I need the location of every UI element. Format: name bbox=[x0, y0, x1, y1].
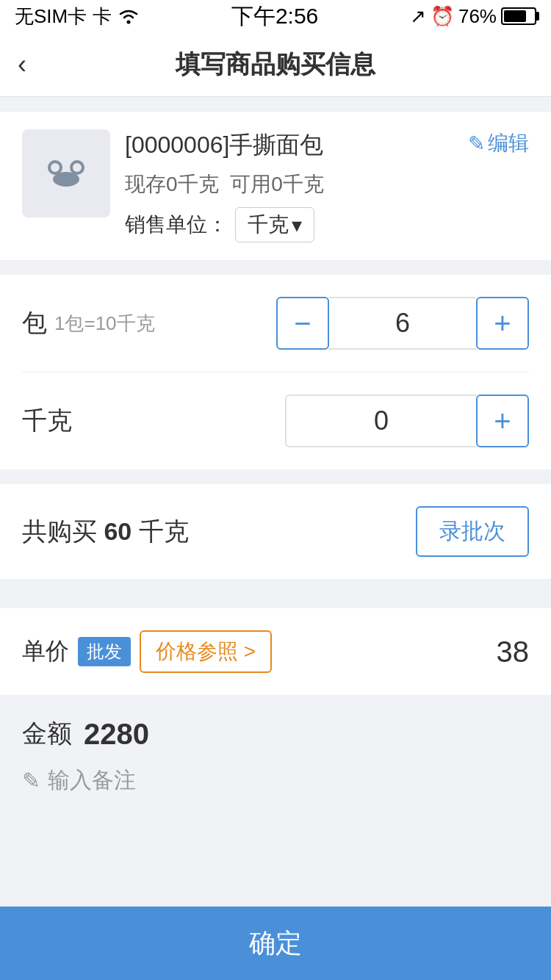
location-icon: ↗ bbox=[410, 5, 426, 28]
total-section: 共购买 60 千克 录批次 bbox=[0, 484, 551, 579]
note-placeholder: 输入备注 bbox=[48, 765, 136, 796]
pencil-icon: ✎ bbox=[22, 768, 40, 793]
kg-plus-button[interactable]: + bbox=[476, 394, 529, 447]
product-card: [0000006]手撕面包 现存0千克 可用0千克 销售单位： 千克 ▾ ✎编辑 bbox=[0, 112, 551, 260]
kg-input[interactable] bbox=[285, 394, 476, 447]
price-ref-button[interactable]: 价格参照 > bbox=[140, 630, 272, 673]
confirm-button[interactable]: 确定 bbox=[249, 926, 302, 962]
divider-2 bbox=[0, 579, 551, 594]
alarm-icon: ⏰ bbox=[431, 5, 454, 28]
package-label: 包 bbox=[22, 306, 47, 340]
package-plus-button[interactable]: + bbox=[476, 297, 529, 350]
amount-row: 金额 2280 bbox=[22, 717, 529, 751]
batch-button[interactable]: 录批次 bbox=[416, 506, 529, 557]
package-minus-button[interactable]: − bbox=[276, 297, 329, 350]
battery-icon bbox=[501, 7, 536, 25]
kg-label: 千克 bbox=[22, 404, 72, 438]
package-input[interactable] bbox=[329, 297, 476, 350]
confirm-bar[interactable]: 确定 bbox=[0, 907, 551, 980]
amount-label: 金额 bbox=[22, 717, 72, 751]
svg-point-5 bbox=[73, 163, 82, 172]
nav-bar: ‹ 填写商品购买信息 bbox=[0, 32, 551, 97]
status-bar: 无SIM卡 卡 下午2:56 ↗ ⏰ 76% bbox=[0, 0, 551, 32]
status-left: 无SIM卡 卡 bbox=[15, 4, 140, 29]
back-button[interactable]: ‹ bbox=[18, 49, 26, 80]
status-right: ↗ ⏰ 76% bbox=[410, 5, 536, 28]
product-unit: 销售单位： 千克 ▾ bbox=[125, 207, 529, 242]
page-title: 填写商品购买信息 bbox=[176, 48, 375, 82]
divider-1 bbox=[0, 260, 551, 275]
price-tag: 批发 bbox=[78, 637, 131, 666]
product-stock: 现存0千克 可用0千克 bbox=[125, 170, 529, 198]
total-text: 共购买 60 千克 bbox=[22, 515, 189, 549]
kg-controls: + bbox=[285, 394, 529, 447]
wifi-icon bbox=[118, 8, 140, 24]
amount-value: 2280 bbox=[84, 718, 149, 751]
price-value: 38 bbox=[497, 635, 530, 669]
amount-section: 金额 2280 ✎ 输入备注 bbox=[0, 695, 551, 810]
kg-row: 千克 + bbox=[22, 372, 529, 469]
product-image bbox=[22, 129, 110, 217]
price-section: 单价 批发 价格参照 > 38 bbox=[0, 608, 551, 695]
package-sublabel: 1包=10千克 bbox=[54, 311, 155, 336]
sim-card-label: 卡 bbox=[93, 4, 112, 29]
input-section: 包 1包=10千克 − + 千克 + bbox=[0, 275, 551, 469]
status-time: 下午2:56 bbox=[231, 1, 318, 32]
edit-button[interactable]: ✎编辑 bbox=[468, 129, 529, 157]
battery-percent: 76% bbox=[458, 5, 497, 28]
svg-point-0 bbox=[127, 21, 131, 24]
carrier-label: 无SIM卡 bbox=[15, 4, 87, 29]
note-row[interactable]: ✎ 输入备注 bbox=[22, 765, 529, 810]
svg-point-4 bbox=[51, 163, 60, 172]
package-controls: − + bbox=[276, 297, 529, 350]
price-label: 单价 bbox=[22, 635, 69, 668]
unit-selector[interactable]: 千克 ▾ bbox=[235, 207, 314, 242]
svg-point-3 bbox=[53, 172, 79, 187]
package-row: 包 1包=10千克 − + bbox=[22, 275, 529, 372]
